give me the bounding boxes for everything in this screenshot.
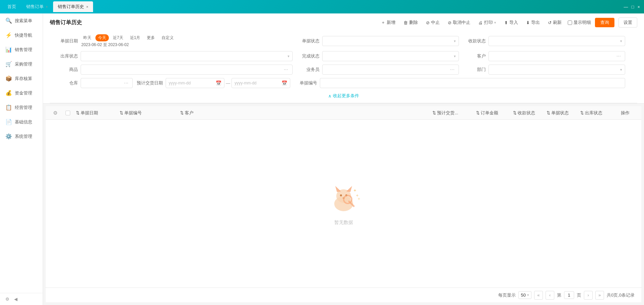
tab-sales-order-history-close[interactable]: × — [86, 5, 88, 9]
filter-area: 单据日期 昨天 今天 近7天 近1月 更多 自定义 2023-06-02 至 2… — [50, 31, 637, 103]
header-checkbox[interactable] — [66, 111, 70, 115]
prev-page-button[interactable]: ‹ — [546, 291, 554, 300]
receive-status-select[interactable]: ▾ — [488, 36, 625, 46]
sidebar-item-sales-mgmt-label: 销售管理 — [15, 47, 32, 53]
th-receive-label: 收款状态 — [518, 110, 535, 116]
salesperson-ellipsis-icon[interactable]: ··· — [449, 67, 456, 73]
date-yesterday-btn[interactable]: 昨天 — [81, 34, 94, 41]
date-more-btn[interactable]: 更多 — [144, 34, 158, 41]
tab-home[interactable]: 首页 — [3, 1, 21, 12]
page-title: 销售订单历史 — [50, 19, 82, 26]
tab-sales-order-history[interactable]: 销售订单历史 × — [53, 1, 93, 12]
maximize-icon[interactable]: □ — [632, 4, 634, 9]
expected-date-start[interactable]: yyyy-mm-dd 📅 — [166, 78, 224, 88]
th-receive-status[interactable]: ⇅ 收款状态 — [511, 110, 545, 116]
warehouse-ellipsis-icon[interactable]: ··· — [123, 80, 130, 86]
collapse-row[interactable]: ∧ 收起更多条件 — [56, 91, 631, 100]
sidebar-settings-icon[interactable]: ⚙ — [5, 297, 9, 302]
th-gear[interactable]: ⚙ — [48, 110, 62, 116]
svg-text:✦: ✦ — [353, 188, 357, 193]
th-out-status[interactable]: ⇅ 出库状态 — [578, 110, 612, 116]
th-bill-date[interactable]: ⇅ 单据日期 — [74, 110, 118, 116]
settings-button[interactable]: 设置 — [618, 17, 637, 28]
sidebar-item-finance-mgmt[interactable]: 💰 资金管理 — [0, 86, 43, 100]
sidebar-item-inventory-calc[interactable]: 📦 库存核算 — [0, 71, 43, 86]
svg-text:✦: ✦ — [357, 196, 361, 201]
tab-sales-order[interactable]: 销售订单 × — [22, 1, 52, 12]
display-detail-checkbox[interactable] — [568, 21, 572, 25]
current-page-input[interactable]: 1 — [564, 291, 574, 299]
ops-mgmt-icon: 📋 — [5, 104, 12, 111]
empty-state: ✦ ✦ ✦ 暂无数据 — [46, 120, 641, 288]
th-ops: 操作 — [612, 110, 639, 116]
toolbar: ＋ 新增 🗑 删除 ⊘ 中止 ⊘ 取消中止 — [379, 17, 637, 28]
sidebar-item-quick-nav[interactable]: ⚡ 快捷导航 — [0, 28, 43, 42]
window-close-icon[interactable]: × — [637, 4, 640, 9]
sidebar-item-purchase-mgmt[interactable]: 🛒 采购管理 — [0, 57, 43, 71]
page-size-label: 每页显示 — [498, 292, 516, 298]
collapse-up-icon: ∧ — [328, 93, 332, 99]
sidebar-item-finance-mgmt-label: 资金管理 — [15, 90, 32, 96]
sidebar-item-search-menu[interactable]: 🔍 搜索菜单 — [0, 13, 43, 28]
bill-no-input[interactable] — [320, 78, 625, 88]
customer-ellipsis-icon[interactable]: ··· — [615, 53, 622, 59]
sidebar-item-ops-mgmt[interactable]: 📋 经营管理 — [0, 100, 43, 115]
goods-col: 商品 ··· — [56, 65, 298, 75]
sidebar: 🔍 搜索菜单 ⚡ 快捷导航 📊 销售管理 🛒 采购管理 📦 库存核算 💰 资金管… — [0, 13, 43, 305]
gear-icon[interactable]: ⚙ — [53, 110, 57, 116]
th-receive-sort-icon: ⇅ — [513, 110, 517, 115]
sidebar-collapse-icon[interactable]: ◀ — [14, 297, 17, 302]
date-7days-btn[interactable]: 近7天 — [110, 34, 126, 41]
out-status-col: 出库状态 ▾ — [56, 51, 298, 61]
last-page-button[interactable]: » — [595, 291, 604, 300]
purchase-mgmt-icon: 🛒 — [5, 61, 12, 67]
th-bill-no[interactable]: ⇅ 单据编号 — [118, 110, 178, 116]
sidebar-item-sales-mgmt[interactable]: 📊 销售管理 — [0, 42, 43, 57]
customer-select[interactable]: ··· — [488, 51, 625, 61]
date-custom-btn[interactable]: 自定义 — [159, 34, 176, 41]
delete-button[interactable]: 🗑 删除 — [401, 18, 420, 27]
print-label: 打印 — [484, 20, 493, 26]
first-page-button[interactable]: « — [534, 291, 543, 300]
svg-point-4 — [340, 194, 342, 196]
table-header: ⚙ ⇅ 单据日期 ⇅ 单据编号 ⇅ 客户 ⇅ — [46, 106, 641, 120]
bill-status-select[interactable]: ▾ — [322, 36, 459, 46]
date-today-btn[interactable]: 今天 — [95, 34, 109, 41]
th-bill-status[interactable]: ⇅ 单据状态 — [545, 110, 578, 116]
out-status-select[interactable]: ▾ — [81, 51, 293, 61]
goods-select[interactable]: ··· — [81, 65, 293, 75]
search-button[interactable]: 查询 — [595, 18, 614, 27]
next-page-button[interactable]: › — [584, 291, 593, 300]
expected-date-end[interactable]: yyyy-mm-dd 📅 — [231, 78, 290, 88]
stop-button[interactable]: ⊘ 中止 — [424, 18, 442, 27]
new-button[interactable]: ＋ 新增 — [379, 18, 397, 27]
warehouse-select[interactable]: ··· — [81, 78, 133, 88]
salesperson-select[interactable]: ··· — [322, 65, 459, 75]
sidebar-item-search-menu-label: 搜索菜单 — [15, 18, 32, 24]
tab-sales-order-history-label: 销售订单历史 — [58, 4, 84, 10]
minimize-icon[interactable]: — — [624, 4, 628, 9]
new-label: 新增 — [387, 20, 395, 26]
bill-date-label: 单据日期 — [56, 38, 81, 44]
display-detail-toggle[interactable]: 显示明细 — [568, 20, 591, 26]
search-menu-icon: 🔍 — [5, 17, 12, 24]
date-1month-btn[interactable]: 近1月 — [127, 34, 143, 41]
tab-sales-order-close[interactable]: × — [46, 5, 48, 9]
svg-marker-2 — [335, 186, 341, 192]
th-customer-sort-icon: ⇅ — [180, 110, 184, 115]
th-predict-date[interactable]: ⇅ 预计交货... — [430, 110, 474, 116]
refresh-button[interactable]: ↺ 刷新 — [546, 18, 564, 27]
export-button[interactable]: ⬇ 导出 — [524, 18, 542, 27]
th-order-amount[interactable]: ⇅ 订单金额 — [474, 110, 511, 116]
print-button[interactable]: 🖨 打印 ▾ — [476, 18, 498, 27]
page-size-select[interactable]: 50 ▾ — [518, 291, 531, 299]
goods-ellipsis-icon[interactable]: ··· — [282, 67, 289, 73]
sidebar-item-sys-mgmt[interactable]: ⚙️ 系统管理 — [0, 129, 43, 144]
th-check[interactable] — [62, 111, 74, 115]
sidebar-item-basic-info[interactable]: 📄 基础信息 — [0, 115, 43, 129]
cancel-stop-button[interactable]: ⊘ 取消中止 — [446, 18, 472, 27]
import-button[interactable]: ⬆ 导入 — [502, 18, 520, 27]
complete-status-select[interactable]: ▾ — [322, 51, 459, 61]
th-customer[interactable]: ⇅ 客户 — [178, 110, 430, 116]
department-select[interactable]: ▾ — [488, 65, 625, 75]
